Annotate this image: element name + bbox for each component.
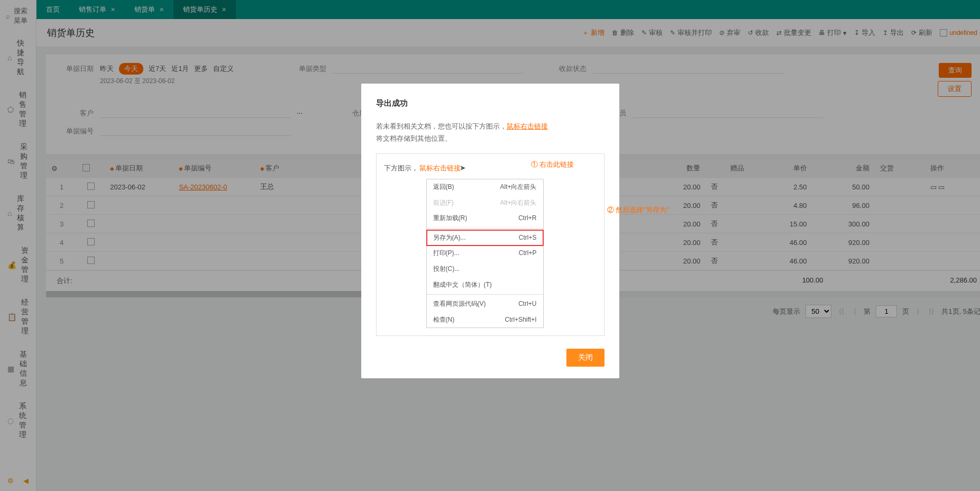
context-menu-illustration: 返回(B)Alt+向左箭头前进(F)Alt+向右箭头重新加载(R)Ctrl+R另…	[426, 179, 544, 328]
ctx-item: 打印(P)...Ctrl+P	[427, 245, 543, 261]
annotation-2: ② 然后选择"另存为"	[607, 204, 669, 216]
cursor-icon: ➤	[460, 161, 466, 175]
modal-line2: 将文档存储到其他位置。	[376, 134, 452, 142]
modal-overlay: 导出成功 若未看到相关文档，您也可以按下方图示，鼠标右击链接 将文档存储到其他位…	[0, 0, 980, 491]
instruction-diagram: 下方图示， 鼠标右击链接 ➤ ① 右击此链接 ② 然后选择"另存为" 返回(B)…	[376, 153, 605, 337]
modal-title: 导出成功	[376, 98, 605, 108]
modal-link1[interactable]: 鼠标右击链接	[507, 122, 548, 130]
diagram-link: 鼠标右击链接	[419, 162, 461, 174]
ctx-item: 前进(F)Alt+向右箭头	[427, 195, 543, 211]
ctx-item: 返回(B)Alt+向左箭头	[427, 179, 543, 195]
close-button[interactable]: 关闭	[566, 349, 605, 367]
modal-line1a: 若未看到相关文档，您也可以按下方图示，	[376, 122, 507, 130]
ctx-item: 翻成中文（简体）(T)	[427, 277, 543, 293]
modal-body: 若未看到相关文档，您也可以按下方图示，鼠标右击链接 将文档存储到其他位置。 下方…	[376, 120, 605, 336]
export-success-modal: 导出成功 若未看到相关文档，您也可以按下方图示，鼠标右击链接 将文档存储到其他位…	[361, 84, 619, 378]
ctx-item: 另存为(A)...Ctrl+S	[427, 230, 543, 246]
ctx-item: 投射(C)...	[427, 261, 543, 277]
ctx-item: 检查(N)Ctrl+Shift+I	[427, 312, 543, 328]
ctx-item: 重新加载(R)Ctrl+R	[427, 211, 543, 226]
annotation-1: ① 右击此链接	[531, 158, 574, 170]
diagram-prefix: 下方图示，	[384, 162, 418, 174]
ctx-item: 查看网页源代码(V)Ctrl+U	[427, 296, 543, 312]
